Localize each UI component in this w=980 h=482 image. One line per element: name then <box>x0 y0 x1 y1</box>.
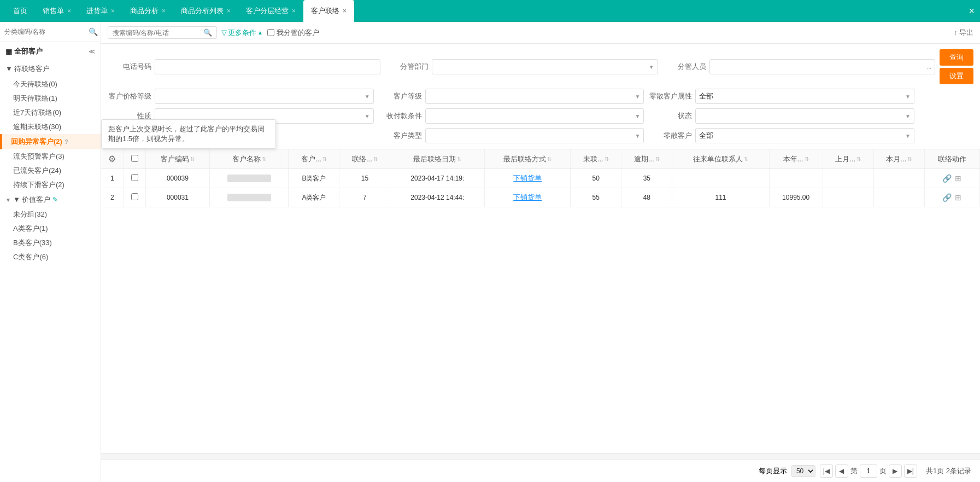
my-customers-checkbox[interactable]: 我分管的客户 <box>267 28 319 38</box>
sort-uncontacted-icon[interactable]: ⇅ <box>605 156 609 162</box>
sort-last-contact-date-icon[interactable]: ⇅ <box>457 156 461 162</box>
main-search-input[interactable] <box>113 29 201 37</box>
sidebar-collapse-icon[interactable]: ≪ <box>89 48 95 55</box>
price-level-select[interactable]: ▼ <box>155 89 374 104</box>
sidebar-class-c[interactable]: C类客户(6) <box>0 250 101 264</box>
sort-name-icon[interactable]: ⇅ <box>262 156 266 162</box>
close-sales-icon[interactable]: × <box>67 7 71 15</box>
table-footer: 每页显示 50 |◀ ◀ 第 页 ▶ ▶| 共1页 2条记录 <box>101 460 980 482</box>
export-button[interactable]: ↑ 导出 <box>954 28 974 38</box>
horizontal-scrollbar[interactable] <box>101 453 980 460</box>
th-this-month: 本月... ⇅ <box>873 149 924 169</box>
more-conditions-button[interactable]: ▽ 更多条件 ▲ <box>221 28 263 38</box>
phone-input[interactable] <box>155 59 380 74</box>
main-search-icon[interactable]: 🔍 <box>203 28 212 37</box>
sidebar-all-customers[interactable]: ▦ 全部客户 ≪ <box>0 42 101 61</box>
row2-checkbox[interactable] <box>131 193 138 200</box>
manager-dots-icon[interactable]: ... <box>927 64 931 70</box>
prev-page-button[interactable]: ◀ <box>835 464 848 478</box>
dept-select[interactable]: ▼ <box>432 59 658 74</box>
settings-button[interactable]: 设置 <box>940 68 973 84</box>
nav-item-home[interactable]: 首页 <box>5 0 35 22</box>
close-all-tabs-button[interactable]: × <box>969 5 975 17</box>
page-label: 第 <box>850 466 858 476</box>
row1-checkbox[interactable] <box>131 174 138 181</box>
query-button[interactable]: 查询 <box>940 49 973 66</box>
manager-select[interactable]: ... <box>709 59 935 74</box>
table-settings-icon[interactable]: ⚙ <box>108 154 116 164</box>
sidebar-pending-contact[interactable]: ▼ 待联络客户 <box>0 61 101 77</box>
customer-type-select[interactable]: ▼ <box>425 128 644 143</box>
sidebar-lost-warning[interactable]: 流失预警客户(3) <box>0 149 101 164</box>
th-checkbox[interactable] <box>124 149 145 169</box>
sort-overdue-icon[interactable]: ⇅ <box>655 156 660 162</box>
close-product-analysis-icon[interactable]: × <box>162 7 166 15</box>
close-purchase-icon[interactable]: × <box>111 7 115 15</box>
sort-this-year-icon[interactable]: ⇅ <box>805 156 809 162</box>
sidebar-value-customer-group[interactable]: ▼ ▼ 价值客户 ✎ <box>0 192 101 207</box>
grid-icon: ▦ <box>5 48 12 56</box>
close-product-list-icon[interactable]: × <box>227 7 231 15</box>
sidebar-search-input[interactable] <box>4 28 86 36</box>
sort-last-contact-method-icon[interactable]: ⇅ <box>547 156 551 162</box>
sort-contacts-icon[interactable]: ⇅ <box>744 156 748 162</box>
row2-link-action-icon[interactable]: 🔗 <box>942 193 952 202</box>
status-select[interactable]: ▼ <box>695 108 914 124</box>
sort-customer-type-icon[interactable]: ⇅ <box>322 156 327 162</box>
nav-item-product-analysis[interactable]: 商品分析 × <box>122 0 173 22</box>
nav-item-purchase[interactable]: 进货单 × <box>79 0 122 22</box>
sort-last-month-icon[interactable]: ⇅ <box>856 156 861 162</box>
sidebar-tomorrow-pending[interactable]: 明天待联络(1) <box>0 91 101 106</box>
my-customers-check[interactable] <box>267 29 274 36</box>
retail-customer-select[interactable]: 全部 ▼ <box>695 128 914 143</box>
first-page-button[interactable]: |◀ <box>820 464 833 478</box>
row1-grid-action-icon[interactable]: ⊞ <box>955 174 961 183</box>
td-last-method-2[interactable]: 下销货单 <box>485 188 571 207</box>
sidebar-decline[interactable]: 持续下滑客户(2) <box>0 178 101 192</box>
td-no-2: 2 <box>101 188 124 207</box>
sidebar-ungrouped[interactable]: 未分组(32) <box>0 207 101 222</box>
nav-item-customer-contact[interactable]: 客户联络 × <box>303 0 354 22</box>
filter-cell-dept: 分管部门 ▼ <box>385 59 658 74</box>
sidebar-overdue-pending[interactable]: 逾期未联络(30) <box>0 120 101 134</box>
per-page-select[interactable]: 50 <box>791 465 815 477</box>
repurchase-info-icon[interactable]: ? <box>64 138 68 145</box>
sort-contact-count-icon[interactable]: ⇅ <box>373 156 378 162</box>
page-number-input[interactable] <box>860 464 877 478</box>
td-check-2[interactable] <box>124 188 145 207</box>
td-last-method-1[interactable]: 下销货单 <box>485 169 571 188</box>
td-last-month-2 <box>823 188 873 207</box>
filter-cell-customer-type: 客户类型 ▼ <box>378 128 644 143</box>
customer-level-select[interactable]: ▼ <box>425 89 644 104</box>
row2-grid-action-icon[interactable]: ⊞ <box>955 193 961 202</box>
sort-this-month-icon[interactable]: ⇅ <box>907 156 912 162</box>
per-page-label: 每页显示 <box>759 466 787 476</box>
close-customer-tier-icon[interactable]: × <box>292 7 296 15</box>
next-page-button[interactable]: ▶ <box>889 464 902 478</box>
row1-link-action-icon[interactable]: 🔗 <box>942 174 952 183</box>
sort-code-icon[interactable]: ⇅ <box>190 156 195 162</box>
last-page-button[interactable]: ▶| <box>904 464 917 478</box>
filter-cell-retail-attr: 零散客户属性 全部 ▼ <box>648 89 914 104</box>
td-check-1[interactable] <box>124 169 145 188</box>
retail-attr-select[interactable]: 全部 ▼ <box>695 89 914 104</box>
th-settings[interactable]: ⚙ <box>101 149 124 169</box>
payment-select[interactable]: ▼ <box>425 108 644 124</box>
nav-item-sales[interactable]: 销售单 × <box>35 0 79 22</box>
filter-row-1: 电话号码 分管部门 ▼ 分管人员 ... <box>108 49 973 84</box>
sidebar-edit-icon[interactable]: ✎ <box>52 196 58 204</box>
select-all-checkbox[interactable] <box>131 155 138 162</box>
payment-chevron-icon: ▼ <box>635 113 640 119</box>
sidebar-7day-pending[interactable]: 近7天待联络(0) <box>0 106 101 120</box>
sidebar-class-a[interactable]: A类客户(1) <box>0 222 101 236</box>
data-table-wrap: ⚙ 客户编码 ⇅ 客户名称 ⇅ <box>101 149 980 453</box>
sidebar-class-b[interactable]: B类客户(33) <box>0 236 101 250</box>
close-customer-contact-icon[interactable]: × <box>343 7 347 15</box>
nav-item-product-list[interactable]: 商品分析列表 × <box>173 0 238 22</box>
sidebar-today-pending[interactable]: 今天待联络(0) <box>0 77 101 91</box>
sidebar-repurchase-abnormal[interactable]: 回购异常客户(2) ? <box>0 134 101 149</box>
sidebar-search-icon[interactable]: 🔍 <box>89 27 98 36</box>
sidebar-lost[interactable]: 已流失客户(24) <box>0 164 101 178</box>
nav-item-customer-tier[interactable]: 客户分层经营 × <box>238 0 303 22</box>
td-type-2: A类客户 <box>289 188 339 207</box>
